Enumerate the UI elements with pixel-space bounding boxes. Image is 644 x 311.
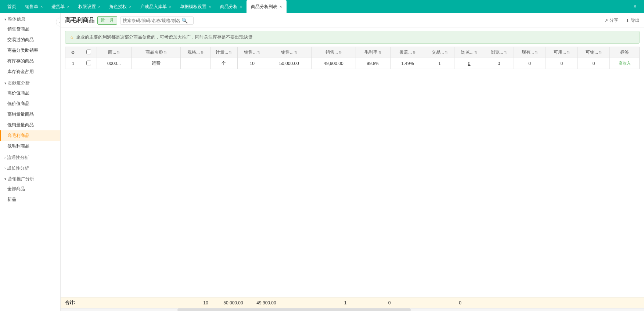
search-icon[interactable]: 🔍 bbox=[181, 18, 188, 23]
table-header-row: ⚙ 商...⇅ 商品名称⇅ 规格...⇅ 计量...⇅ 销售...⇅ 销售...… bbox=[65, 47, 640, 58]
col-tag[interactable]: 标签 bbox=[610, 47, 640, 58]
cell-name: 运费 bbox=[131, 58, 180, 69]
col-sales-qty[interactable]: 销售...⇅ bbox=[237, 47, 267, 58]
col-name[interactable]: 商品名称⇅ bbox=[131, 47, 180, 58]
footer-label: 合计: bbox=[65, 300, 75, 306]
col-current-stock[interactable]: 现有...⇅ bbox=[514, 47, 546, 58]
col-sales-amount[interactable]: 销售...⇅ bbox=[267, 47, 312, 58]
sidebar-item-high-sales-volume[interactable]: 高销量量商品 bbox=[0, 109, 60, 120]
cell-browse2: 0 bbox=[484, 58, 514, 69]
nav-goods-analysis[interactable]: 商品分析 × bbox=[216, 0, 247, 13]
nav-product-storage[interactable]: 产成品入库单 × bbox=[136, 0, 176, 13]
sidebar: « ▾ 整体信息 销售货商品 交易过的商品 商品分类助销率 有库存的商品 库存资… bbox=[0, 13, 61, 311]
sidebar-item-low-margin[interactable]: 低毛利商品 bbox=[0, 141, 60, 152]
footer-sales-qty: 10 bbox=[195, 300, 217, 305]
tag-high-income: 高收入 bbox=[619, 61, 631, 65]
close-template-settings[interactable]: × bbox=[209, 4, 211, 9]
sidebar-item-all-goods[interactable]: 全部商品 bbox=[0, 184, 60, 194]
col-sales-profit[interactable]: 销售...⇅ bbox=[312, 47, 356, 58]
col-browse2[interactable]: 浏览...⇅ bbox=[484, 47, 514, 58]
nav-sales-order[interactable]: 销售单 × bbox=[21, 0, 47, 13]
sidebar-item-new-goods[interactable]: 新品 bbox=[0, 194, 60, 205]
nav-home[interactable]: 首页 bbox=[3, 0, 21, 13]
cell-index: 1 bbox=[65, 58, 81, 69]
browse1-link[interactable]: 0 bbox=[468, 61, 471, 66]
table-footer: 合计: 10 50,000.00 49,900.00 1 0 0 bbox=[61, 297, 644, 308]
sidebar-item-traded-goods[interactable]: 交易过的商品 bbox=[0, 35, 60, 45]
cell-sales-profit: 49,900.00 bbox=[312, 58, 356, 69]
sidebar-item-inventory-goods[interactable]: 有库存的商品 bbox=[0, 56, 60, 66]
share-icon: ↗ bbox=[604, 18, 608, 23]
footer-trade-count: 1 bbox=[334, 300, 356, 305]
close-goods-analysis-list[interactable]: × bbox=[280, 4, 282, 9]
sidebar-group-marketing-content: 全部商品 新品 bbox=[0, 184, 60, 205]
sidebar-group-flow[interactable]: › 流通性分析 bbox=[0, 152, 60, 162]
col-spec[interactable]: 规格...⇅ bbox=[181, 47, 211, 58]
sidebar-group-overall-content: 销售货商品 交易过的商品 商品分类助销率 有库存的商品 库存资金占用 bbox=[0, 24, 60, 77]
col-browse1[interactable]: 浏览...⇅ bbox=[454, 47, 484, 58]
select-all-checkbox[interactable] bbox=[86, 50, 91, 54]
col-trade-count[interactable]: 交易...⇅ bbox=[425, 47, 454, 58]
cell-tag: 高收入 bbox=[610, 58, 640, 69]
col-checkbox[interactable] bbox=[81, 47, 97, 58]
group-profitable-arrow: ▾ bbox=[4, 81, 6, 85]
col-cover-rate[interactable]: 覆盖...⇅ bbox=[390, 47, 425, 58]
export-icon: ⬇ bbox=[626, 18, 629, 23]
info-banner: ☆ 企业的主要的利润都是这部分商品创造的，可考虑加大推广，同时关注库存是不要出现… bbox=[65, 31, 640, 44]
nav-template-settings[interactable]: 单据模板设置 × bbox=[176, 0, 215, 13]
nav-purchase-order[interactable]: 进货单 × bbox=[47, 0, 73, 13]
group-marketing-arrow: ▾ bbox=[4, 177, 6, 181]
close-sales-order[interactable]: × bbox=[40, 4, 43, 9]
cell-margin-rate: 99.8% bbox=[356, 58, 390, 69]
cell-current-stock: 0 bbox=[514, 58, 546, 69]
sidebar-group-growth[interactable]: › 成长性分析 bbox=[0, 162, 60, 173]
cell-trade-count: 1 bbox=[425, 58, 454, 69]
nav-role-auth[interactable]: 角色授权 × bbox=[105, 0, 136, 13]
share-button[interactable]: ↗ 分享 bbox=[604, 17, 618, 23]
cell-checkbox[interactable] bbox=[81, 58, 97, 69]
col-available[interactable]: 可用...⇅ bbox=[546, 47, 578, 58]
col-sellable[interactable]: 可销...⇅ bbox=[578, 47, 610, 58]
group-overall-arrow: ▾ bbox=[4, 17, 6, 21]
nav-permission-settings[interactable]: 权限设置 × bbox=[74, 0, 105, 13]
close-goods-analysis[interactable]: × bbox=[240, 4, 242, 9]
cell-cover-rate: 1.49% bbox=[390, 58, 425, 69]
export-button[interactable]: ⬇ 导出 bbox=[626, 17, 640, 23]
cell-unit: 个 bbox=[210, 58, 237, 69]
sidebar-group-profitable[interactable]: ▾ 贡献度分析 bbox=[0, 77, 60, 88]
sidebar-item-sales-goods[interactable]: 销售货商品 bbox=[0, 24, 60, 35]
sidebar-item-high-margin[interactable]: 高毛利商品 bbox=[0, 130, 60, 141]
col-unit[interactable]: 计量...⇅ bbox=[210, 47, 237, 58]
col-margin-rate[interactable]: 毛利率⇅ bbox=[356, 47, 390, 58]
nav-goods-analysis-list[interactable]: 商品分析列表 × bbox=[247, 0, 286, 13]
search-input[interactable] bbox=[123, 18, 181, 23]
close-product-storage[interactable]: × bbox=[169, 4, 171, 9]
sidebar-item-low-sales-volume[interactable]: 低销量量商品 bbox=[0, 120, 60, 130]
sidebar-item-inventory-occupy[interactable]: 库存资金占用 bbox=[0, 66, 60, 77]
sidebar-group-profitable-content: 高价值商品 低价值商品 高销量量商品 低销量量商品 高毛利商品 低毛利商品 bbox=[0, 88, 60, 152]
cell-browse1[interactable]: 0 bbox=[454, 58, 484, 69]
group-growth-arrow: › bbox=[4, 166, 6, 170]
sidebar-group-marketing[interactable]: ▾ 营销推广分析 bbox=[0, 173, 60, 184]
close-purchase-order[interactable]: × bbox=[67, 4, 69, 9]
col-code[interactable]: 商...⇅ bbox=[97, 47, 131, 58]
col-settings[interactable]: ⚙ bbox=[65, 47, 81, 58]
filter-month-button[interactable]: 近一月 bbox=[97, 16, 117, 25]
cell-sales-qty: 10 bbox=[237, 58, 267, 69]
sidebar-group-overall[interactable]: ▾ 整体信息 bbox=[0, 13, 60, 24]
table-row: 1 0000... 运费 个 10 50,000.00 49,900.00 99… bbox=[65, 58, 640, 69]
sidebar-item-goods-assist[interactable]: 商品分类助销率 bbox=[0, 45, 60, 56]
content-header: 高毛利商品 近一月 🔍 ↗ 分享 ⬇ 导出 bbox=[61, 13, 644, 28]
table-container: ⚙ 商...⇅ 商品名称⇅ 规格...⇅ 计量...⇅ 销售...⇅ 销售...… bbox=[61, 47, 644, 297]
content-area: 高毛利商品 近一月 🔍 ↗ 分享 ⬇ 导出 ☆ 企业的主要的利润都是这部分商品创… bbox=[61, 13, 644, 311]
close-role-auth[interactable]: × bbox=[129, 4, 131, 9]
group-flow-arrow: › bbox=[4, 156, 6, 160]
sidebar-item-high-value[interactable]: 高价值商品 bbox=[0, 88, 60, 98]
top-navigation: 首页 销售单 × 进货单 × 权限设置 × 角色授权 × 产成品入库单 × 单据… bbox=[0, 0, 644, 13]
row-checkbox[interactable] bbox=[86, 61, 91, 65]
close-permission-settings[interactable]: × bbox=[98, 4, 100, 9]
bottom-scrollbar[interactable] bbox=[61, 308, 644, 311]
sidebar-item-low-value[interactable]: 低价值商品 bbox=[0, 98, 60, 109]
window-close-button[interactable]: × bbox=[629, 0, 641, 13]
main-layout: « ▾ 整体信息 销售货商品 交易过的商品 商品分类助销率 有库存的商品 库存资… bbox=[0, 13, 644, 311]
